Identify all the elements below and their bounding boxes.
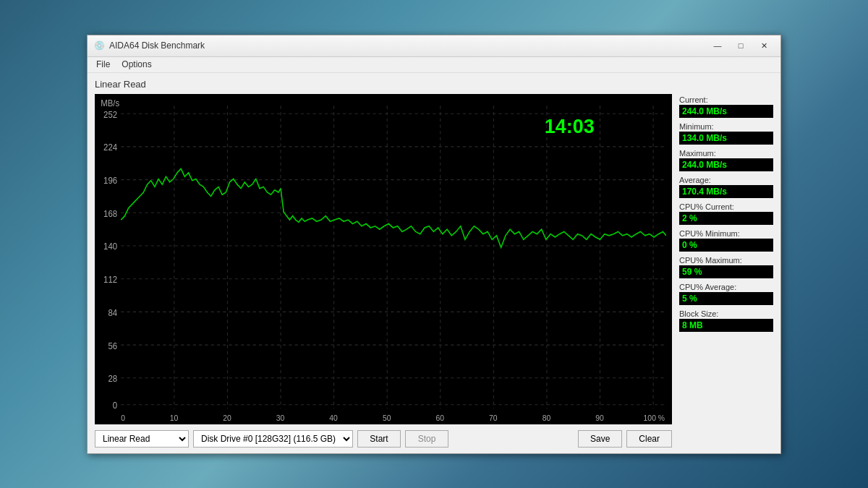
- svg-text:80: 80: [542, 413, 551, 421]
- svg-text:50: 50: [383, 413, 391, 421]
- cpu-minimum-stat-group: CPU% Minimum: 0 %: [679, 229, 773, 252]
- main-window: 💿 AIDA64 Disk Benchmark — □ ✕ File Optio…: [87, 35, 781, 454]
- svg-text:70: 70: [489, 413, 498, 421]
- menu-file[interactable]: File: [90, 58, 116, 71]
- clear-button[interactable]: Clear: [626, 430, 672, 448]
- svg-text:14:03: 14:03: [545, 114, 595, 137]
- svg-text:40: 40: [329, 413, 338, 421]
- svg-text:20: 20: [223, 413, 231, 421]
- title-bar: 💿 AIDA64 Disk Benchmark — □ ✕: [88, 35, 780, 57]
- chart-svg: 252 224 196 168 140 112 84 56 28 0 MB/s: [95, 94, 672, 424]
- minimum-stat-group: Minimum: 134.0 MB/s: [679, 122, 773, 145]
- stop-button[interactable]: Stop: [405, 430, 448, 448]
- maximum-stat-group: Maximum: 244.0 MB/s: [679, 149, 773, 171]
- average-label: Average:: [679, 176, 773, 184]
- svg-text:90: 90: [595, 413, 604, 421]
- svg-text:84: 84: [108, 307, 117, 317]
- cpu-maximum-stat-group: CPU% Maximum: 59 %: [679, 256, 773, 278]
- test-type-dropdown[interactable]: Linear ReadLinear WriteRandom ReadRandom…: [95, 430, 189, 448]
- block-size-value: 8 MB: [679, 319, 773, 332]
- cpu-current-stat-group: CPU% Current: 2 %: [679, 202, 773, 225]
- current-stat-group: Current: 244.0 MB/s: [679, 95, 773, 118]
- save-button[interactable]: Save: [578, 430, 622, 448]
- chart-section: 252 224 196 168 140 112 84 56 28 0 MB/s: [95, 94, 672, 448]
- average-stat-group: Average: 170.4 MB/s: [679, 176, 773, 198]
- maximum-value: 244.0 MB/s: [679, 158, 773, 171]
- svg-rect-0: [95, 94, 672, 424]
- menu-options[interactable]: Options: [116, 58, 157, 71]
- main-layout: 252 224 196 168 140 112 84 56 28 0 MB/s: [95, 94, 773, 448]
- svg-text:0: 0: [113, 400, 118, 409]
- content-area: Linear Read 252 224 196 168 140 112: [88, 73, 780, 453]
- block-size-stat-group: Block Size: 8 MB: [679, 309, 773, 332]
- window-title: AIDA64 Disk Benchmark: [109, 40, 707, 51]
- current-label: Current:: [679, 95, 773, 104]
- cpu-minimum-value: 0 %: [679, 239, 773, 252]
- chart-title: Linear Read: [95, 79, 773, 90]
- minimum-label: Minimum:: [679, 122, 773, 131]
- start-button[interactable]: Start: [357, 430, 401, 448]
- cpu-current-label: CPU% Current:: [679, 202, 773, 211]
- cpu-average-label: CPU% Average:: [679, 283, 773, 291]
- svg-text:100 %: 100 %: [644, 413, 665, 421]
- svg-text:56: 56: [108, 341, 117, 350]
- stats-panel: Current: 244.0 MB/s Minimum: 134.0 MB/s …: [679, 94, 773, 448]
- svg-text:224: 224: [103, 142, 117, 152]
- svg-text:196: 196: [103, 175, 117, 184]
- window-controls: — □ ✕: [707, 38, 775, 53]
- average-value: 170.4 MB/s: [679, 185, 773, 198]
- block-size-label: Block Size:: [679, 309, 773, 318]
- cpu-minimum-label: CPU% Minimum:: [679, 229, 773, 238]
- svg-text:252: 252: [103, 109, 117, 119]
- minimum-value: 134.0 MB/s: [679, 132, 773, 145]
- current-value: 244.0 MB/s: [679, 105, 773, 118]
- svg-text:MB/s: MB/s: [101, 98, 119, 108]
- cpu-maximum-value: 59 %: [679, 265, 773, 278]
- minimize-button[interactable]: —: [707, 38, 728, 53]
- cpu-maximum-label: CPU% Maximum:: [679, 256, 773, 265]
- chart-container: 252 224 196 168 140 112 84 56 28 0 MB/s: [95, 94, 672, 424]
- svg-text:112: 112: [103, 274, 117, 283]
- maximize-button[interactable]: □: [730, 38, 752, 53]
- cpu-average-value: 5 %: [679, 292, 773, 305]
- svg-text:10: 10: [170, 413, 179, 421]
- svg-text:28: 28: [108, 373, 117, 382]
- close-button[interactable]: ✕: [753, 38, 775, 53]
- bottom-controls: Linear ReadLinear WriteRandom ReadRandom…: [95, 430, 672, 448]
- svg-text:30: 30: [276, 413, 285, 421]
- svg-text:0: 0: [121, 413, 125, 421]
- cpu-current-value: 2 %: [679, 212, 773, 225]
- svg-text:140: 140: [103, 241, 117, 251]
- menu-bar: File Options: [88, 57, 780, 73]
- svg-text:168: 168: [103, 208, 117, 218]
- app-icon: 💿: [93, 40, 105, 51]
- cpu-average-stat-group: CPU% Average: 5 %: [679, 283, 773, 305]
- maximum-label: Maximum:: [679, 149, 773, 158]
- svg-text:60: 60: [436, 413, 445, 421]
- drive-dropdown[interactable]: Disk Drive #0 [128G32] (116.5 GB): [193, 430, 353, 448]
